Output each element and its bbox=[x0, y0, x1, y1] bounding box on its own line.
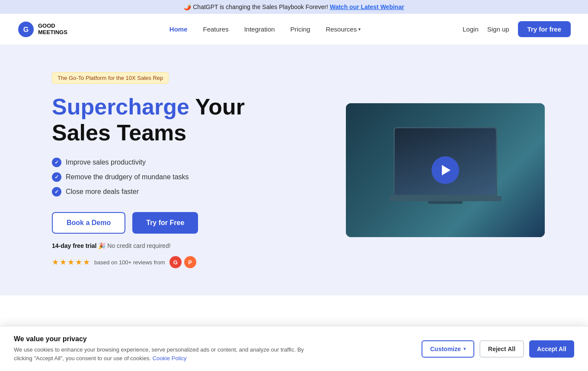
logo[interactable]: G GOOD MEETINGS bbox=[17, 21, 67, 38]
hero-trial-text: 14-day free trial 🎉 No credit card requi… bbox=[52, 242, 245, 249]
feature-item-1: Improve sales productivity bbox=[52, 158, 245, 167]
chevron-down-icon: ▾ bbox=[358, 27, 361, 32]
play-triangle-icon bbox=[442, 165, 451, 175]
check-icon-2 bbox=[52, 172, 61, 182]
feature-text-2: Remove the drudgery of mundane tasks bbox=[66, 173, 189, 181]
laptop-stand bbox=[428, 201, 463, 204]
feature-item-2: Remove the drudgery of mundane tasks bbox=[52, 172, 245, 182]
star-1: ★ bbox=[52, 257, 59, 267]
book-demo-button[interactable]: Book a Demo bbox=[52, 212, 125, 234]
nav-right: Login Sign up Try for free bbox=[463, 21, 571, 37]
star-5: ★ bbox=[83, 257, 90, 267]
banner-link[interactable]: Watch our Latest Webinar bbox=[330, 3, 404, 10]
hero-section: The Go-To Platform for the 10X Sales Rep… bbox=[0, 45, 588, 295]
nav-item-pricing[interactable]: Pricing bbox=[291, 25, 310, 33]
feature-text-1: Improve sales productivity bbox=[66, 159, 146, 166]
hero-badge: The Go-To Platform for the 10X Sales Rep bbox=[52, 72, 169, 84]
logo-icon: G bbox=[17, 21, 35, 38]
star-3: ★ bbox=[67, 257, 74, 267]
check-icon-3 bbox=[52, 187, 61, 197]
nav-link-features[interactable]: Features bbox=[203, 25, 228, 33]
review-badges: G P bbox=[169, 256, 196, 268]
hero-reviews: ★ ★ ★ ★ ★ based on 100+ reviews from G P bbox=[52, 256, 245, 268]
banner-text: 🌶️ ChatGPT is changing the Sales Playboo… bbox=[184, 3, 328, 10]
nav-item-home[interactable]: Home bbox=[169, 25, 188, 33]
nav-try-free-button[interactable]: Try for free bbox=[518, 21, 571, 37]
nav-item-features[interactable]: Features bbox=[203, 25, 228, 33]
star-rating: ★ ★ ★ ★ ★ bbox=[52, 257, 90, 267]
logo-text-good: GOOD bbox=[38, 23, 67, 29]
nav-link-integration[interactable]: Integration bbox=[244, 25, 275, 33]
star-2: ★ bbox=[60, 257, 67, 267]
nav-link-home[interactable]: Home bbox=[169, 25, 188, 33]
hero-title-highlight: Supercharge bbox=[52, 94, 189, 119]
nav-links: Home Features Integration Pricing Resour… bbox=[169, 25, 361, 33]
nav-item-resources[interactable]: Resources ▾ bbox=[326, 25, 361, 33]
hero-title: Supercharge YourSales Teams bbox=[52, 94, 245, 146]
g2-badge: G bbox=[169, 256, 182, 268]
nav-link-pricing[interactable]: Pricing bbox=[291, 25, 310, 33]
logo-text-meetings: MEETINGS bbox=[38, 29, 67, 35]
try-free-hero-button[interactable]: Try for Free bbox=[132, 212, 198, 234]
reviews-text: based on 100+ reviews from bbox=[94, 259, 165, 266]
svg-text:G: G bbox=[23, 26, 29, 33]
play-button[interactable] bbox=[431, 156, 459, 184]
video-thumbnail[interactable] bbox=[346, 103, 545, 237]
hero-right bbox=[346, 103, 545, 237]
nav-link-resources[interactable]: Resources ▾ bbox=[326, 25, 361, 33]
feature-item-3: Close more deals faster bbox=[52, 187, 245, 197]
hero-features-list: Improve sales productivity Remove the dr… bbox=[52, 158, 245, 197]
feature-text-3: Close more deals faster bbox=[66, 188, 139, 196]
hero-buttons: Book a Demo Try for Free bbox=[52, 212, 245, 234]
navbar: G GOOD MEETINGS Home Features Integratio… bbox=[0, 14, 588, 45]
signup-button[interactable]: Sign up bbox=[487, 25, 509, 33]
nav-item-integration[interactable]: Integration bbox=[244, 25, 275, 33]
check-icon-1 bbox=[52, 158, 61, 167]
login-button[interactable]: Login bbox=[463, 25, 479, 33]
laptop-base bbox=[389, 196, 502, 201]
hero-left: The Go-To Platform for the 10X Sales Rep… bbox=[52, 72, 245, 269]
producthunt-badge: P bbox=[184, 256, 196, 268]
no-card-text: No credit card required! bbox=[107, 242, 170, 249]
top-banner: 🌶️ ChatGPT is changing the Sales Playboo… bbox=[0, 0, 588, 14]
star-4: ★ bbox=[75, 257, 82, 267]
video-background bbox=[346, 103, 545, 237]
